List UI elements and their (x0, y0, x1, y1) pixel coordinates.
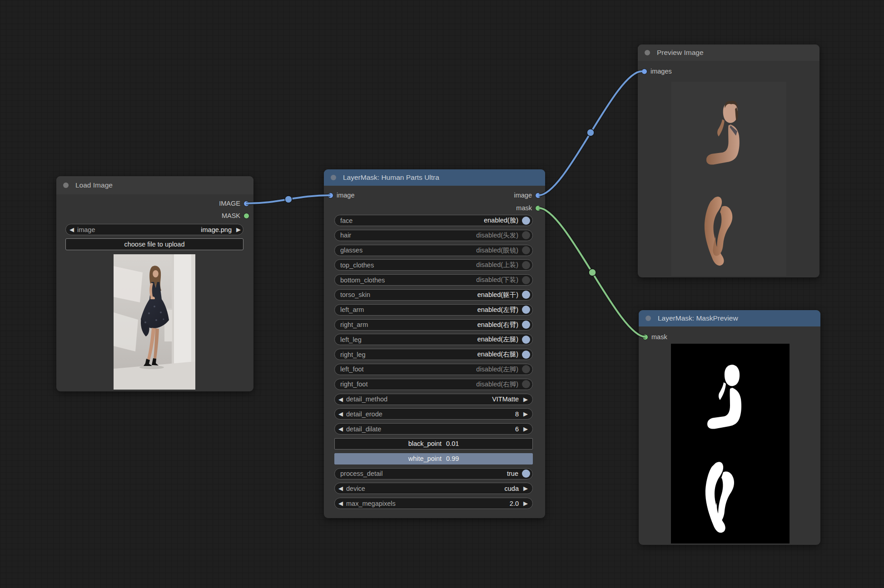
node-preview-image[interactable]: Preview Image images (638, 44, 819, 277)
link-midpoint-dot-image (285, 196, 292, 203)
combo-next-icon[interactable]: ▶ (523, 396, 530, 403)
input-dot-mask[interactable] (642, 334, 648, 340)
node-title: LayerMask: Human Parts Ultra (343, 173, 439, 182)
combo-prev-icon[interactable]: ◀ (66, 226, 74, 233)
combo-device[interactable]: ◀ device cuda ▶ (334, 483, 533, 494)
toggle-row-left-leg[interactable]: left_leg enabled(左腿) (334, 334, 533, 345)
output-image[interactable]: image (514, 189, 541, 201)
output-label: IMAGE (219, 200, 240, 207)
photo-woman-in-dress (114, 254, 195, 390)
toggle-row-torso-skin[interactable]: torso_skin enabled(躯干) (334, 289, 533, 301)
node-header[interactable]: Preview Image (638, 44, 819, 61)
toggle-dot[interactable] (522, 351, 530, 359)
combo-detail-erode[interactable]: ◀ detail_erode 8 ▶ (334, 408, 533, 420)
node-title: Load Image (75, 181, 113, 189)
toggle-row-left-foot[interactable]: left_foot disabled(左脚) (334, 364, 533, 375)
node-human-parts-ultra[interactable]: LayerMask: Human Parts Ultra image image… (324, 169, 545, 518)
mask-preview-image (671, 344, 790, 544)
toggle-row-face[interactable]: face enabled(脸) (334, 215, 533, 226)
toggle-dot[interactable] (522, 380, 530, 388)
input-dot-image[interactable] (328, 193, 333, 198)
toggle-row-right-leg[interactable]: right_leg enabled(右腿) (334, 349, 533, 360)
node-header[interactable]: Load Image (56, 176, 253, 194)
node-header[interactable]: LayerMask: MaskPreview (639, 310, 820, 326)
node-graph-canvas[interactable]: Load Image IMAGE MASK ◀ image image.png … (0, 0, 884, 588)
output-mask[interactable]: MASK (222, 210, 249, 222)
combo-next-icon[interactable]: ▶ (236, 226, 243, 233)
combo-prev-icon[interactable]: ◀ (335, 425, 343, 432)
image-file-combo[interactable]: ◀ image image.png ▶ (65, 224, 243, 235)
collapse-dot[interactable] (63, 183, 69, 188)
choose-file-button[interactable]: choose file to upload (65, 238, 243, 250)
preview-body-parts-image (664, 82, 794, 276)
node-title: Preview Image (657, 49, 704, 57)
toggle-row-glasses[interactable]: glasses disabled(眼镜) (334, 245, 533, 256)
toggle-dot[interactable] (522, 336, 530, 344)
toggle-dot[interactable] (522, 246, 530, 254)
input-mask[interactable]: mask (642, 331, 667, 343)
toggle-row-process-detail[interactable]: process_detail true (334, 468, 533, 479)
toggle-row-right-foot[interactable]: right_foot disabled(右脚) (334, 379, 533, 390)
node-header[interactable]: LayerMask: Human Parts Ultra (324, 169, 545, 186)
node-mask-preview[interactable]: LayerMask: MaskPreview mask (639, 310, 820, 545)
input-label: mask (651, 333, 667, 341)
output-image[interactable]: IMAGE (219, 198, 249, 209)
link-midpoint-dot-preview (587, 129, 594, 136)
combo-name: image (74, 226, 95, 233)
toggle-row-hair[interactable]: hair disabled(头发) (334, 230, 533, 241)
output-label: MASK (222, 212, 240, 219)
combo-prev-icon[interactable]: ◀ (335, 500, 343, 507)
input-dot-images[interactable] (641, 69, 647, 74)
combo-prev-icon[interactable]: ◀ (335, 396, 343, 403)
output-dot-image[interactable] (243, 201, 249, 207)
combo-detail-dilate[interactable]: ◀ detail_dilate 6 ▶ (334, 423, 533, 435)
toggle-dot[interactable] (522, 231, 530, 239)
combo-next-icon[interactable]: ▶ (523, 500, 530, 507)
toggle-dot[interactable] (522, 291, 530, 299)
combo-detail-method[interactable]: ◀ detail_method VITMatte ▶ (334, 394, 533, 405)
input-images[interactable]: images (641, 65, 672, 77)
toggle-row-right-arm[interactable]: right_arm enabled(右臂) (334, 319, 533, 331)
output-dot-mask[interactable] (535, 205, 541, 211)
toggle-dot[interactable] (522, 469, 530, 478)
output-mask[interactable]: mask (516, 202, 541, 214)
output-dot-image[interactable] (535, 193, 541, 198)
input-label: image (337, 192, 355, 199)
combo-max-megapixels[interactable]: ◀ max_megapixels 2.0 ▶ (334, 498, 533, 509)
combo-prev-icon[interactable]: ◀ (335, 485, 343, 492)
toggle-dot[interactable] (522, 261, 530, 269)
combo-prev-icon[interactable]: ◀ (335, 410, 343, 417)
number-black-point[interactable]: black_point 0.01 (334, 438, 533, 450)
toggle-dot[interactable] (522, 321, 530, 329)
number-white-point-highlighted[interactable]: white_point 0.99 (334, 453, 533, 464)
toggle-dot[interactable] (522, 306, 530, 314)
combo-next-icon[interactable]: ▶ (523, 485, 530, 492)
widget-list: face enabled(脸) hair disabled(头发) glasse… (334, 215, 533, 513)
output-label: mask (516, 204, 532, 212)
toggle-dot[interactable] (522, 365, 530, 373)
collapse-dot[interactable] (645, 50, 650, 55)
toggle-row-top-clothes[interactable]: top_clothes disabled(上装) (334, 259, 533, 271)
collapse-dot[interactable] (331, 175, 336, 180)
loaded-image-thumbnail (114, 254, 195, 390)
toggle-row-left-arm[interactable]: left_arm enabled(左臂) (334, 304, 533, 316)
collapse-dot[interactable] (646, 316, 651, 321)
link-midpoint-dot-mask (589, 269, 596, 276)
output-label: image (514, 192, 532, 199)
node-load-image[interactable]: Load Image IMAGE MASK ◀ image image.png … (56, 176, 253, 391)
toggle-dot[interactable] (522, 217, 530, 225)
input-label: images (651, 68, 672, 75)
combo-value: image.png (201, 226, 236, 233)
toggle-row-bottom-clothes[interactable]: bottom_clothes disabled(下装) (334, 274, 533, 286)
toggle-dot[interactable] (522, 276, 530, 284)
node-title: LayerMask: MaskPreview (658, 314, 738, 322)
combo-next-icon[interactable]: ▶ (523, 425, 530, 432)
combo-next-icon[interactable]: ▶ (523, 410, 530, 417)
button-label: choose file to upload (124, 241, 184, 248)
input-image[interactable]: image (328, 189, 355, 201)
output-dot-mask[interactable] (243, 213, 249, 219)
